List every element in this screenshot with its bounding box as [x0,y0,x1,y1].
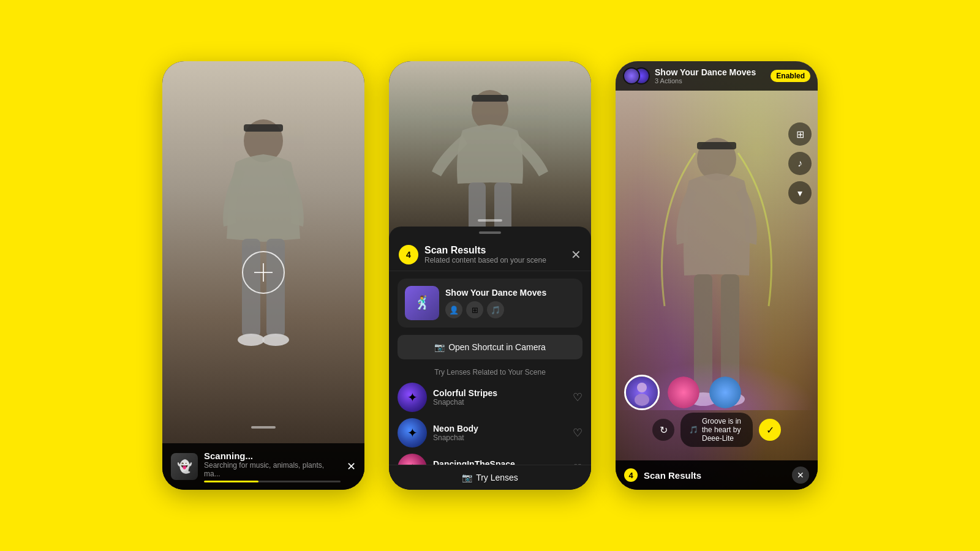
phone3-top-bar: Show Your Dance Moves 3 Actions Enabled [616,61,818,91]
phone3-right-icons: ⊞ ♪ ▾ [788,122,812,204]
scanning-thumb: 👻 [171,453,198,480]
lens-icon-pair [623,67,650,84]
phone-active-lens: Show Your Dance Moves 3 Actions Enabled … [616,61,818,490]
action-icon-music: 🎵 [487,301,504,318]
lens-name-colorful: Colorful Stripes [433,388,567,398]
lens-creator-colorful: Snapchat [433,398,567,407]
lens-name-neon: Neon Body [433,424,567,433]
lens-item-neon[interactable]: ✦ Neon Body Snapchat ♡ [398,418,582,448]
lens-selector-item-3[interactable] [707,375,743,410]
enabled-badge: Enabled [771,70,810,82]
svg-rect-1 [244,124,283,132]
lens-creator-neon: Snapchat [433,433,567,442]
lens-info-neon: Neon Body Snapchat [433,424,567,442]
dance-moves-info: Show Your Dance Moves 👤 ⊞ 🎵 [445,288,575,318]
camera-icon-2: 📷 [462,473,472,482]
lens-heart-neon[interactable]: ♡ [573,426,582,440]
scanning-title: Scanning... [204,451,341,461]
lens-sel-inner-1 [626,377,658,408]
svg-point-16 [637,383,647,392]
phone3-lens-sub: 3 Actions [655,77,766,84]
lens-selector-item-1[interactable] [624,375,660,410]
lens-thumb-colorful: ✦ [398,383,427,412]
chevron-down-icon-button[interactable]: ▾ [788,181,812,204]
svg-point-4 [238,334,265,346]
lens-info-colorful: Colorful Stripes Snapchat [433,388,567,407]
try-lenses-section-label: Try Lenses Related to Your Scene [389,368,591,377]
action-icon-avatar: 👤 [445,301,462,318]
scan-results-title: Scan Results [424,245,565,256]
dance-moves-thumb-inner: 🕺 [405,286,439,320]
lens-sel-icon-1 [626,377,658,408]
svg-rect-7 [472,95,508,102]
scanning-bar: 👻 Scanning... Searching for music, anima… [162,443,364,490]
svg-point-5 [262,334,289,346]
lens-icon-1 [623,67,640,84]
action-icon-layout: ⊞ [466,301,483,318]
camera-icon: 📷 [434,342,445,352]
lens-sel-inner-3 [709,377,741,408]
svg-rect-11 [697,142,736,149]
scan-results-bottom-bar: 4 Scan Results ✕ [616,460,818,490]
scan-results-title-area: Scan Results Related content based on yo… [424,245,565,264]
open-shortcut-button[interactable]: 📷 Open Shortcut in Camera [398,335,582,359]
scanning-progress-fill [204,481,258,482]
music-bar: ↻ 🎵 Groove is in the heart by Deee-Lite … [616,413,818,447]
lens-sel-inner-2 [668,377,699,408]
try-lenses-button[interactable]: 📷 Try Lenses [389,465,591,490]
lens-thumb-neon: ✦ [398,418,427,448]
open-shortcut-label: Open Shortcut in Camera [448,342,546,352]
music-text-bar: 🎵 Groove is in the heart by Deee-Lite [680,413,753,447]
scan-results-panel: 4 Scan Results Related content based on … [389,227,591,490]
panel-handle [479,231,501,234]
phone3-lens-title-area: Show Your Dance Moves 3 Actions [655,67,766,84]
lens-selector-item-2[interactable] [666,375,701,410]
scanning-progress-bar [204,481,341,482]
scanning-text: Scanning... Searching for music, animals… [204,451,341,482]
scan-results-bottom-close[interactable]: ✕ [792,467,809,484]
refresh-button[interactable]: ↻ [652,419,674,441]
dance-moves-name: Show Your Dance Moves [445,288,575,298]
dance-moves-action-icons: 👤 ⊞ 🎵 [445,301,575,318]
scan-results-subtitle: Related content based on your scene [424,256,565,264]
scanning-close-button[interactable]: ✕ [347,460,356,473]
scanning-subtitle: Searching for music, animals, plants, ma… [204,461,341,478]
scan-count-badge: 4 [624,468,638,482]
phone-nav-indicator [251,426,276,429]
music-icon-button[interactable]: ♪ [788,152,812,175]
dance-moves-card[interactable]: 🕺 Show Your Dance Moves 👤 ⊞ 🎵 [398,279,582,328]
scan-circle [242,251,285,294]
try-lenses-label: Try Lenses [476,473,518,482]
lens-item-colorful[interactable]: ✦ Colorful Stripes Snapchat ♡ [398,383,582,412]
scan-results-bottom-text: Scan Results [644,470,786,481]
phone-scan-results: 4 Scan Results Related content based on … [389,61,591,490]
check-button[interactable]: ✓ [759,419,781,441]
scan-results-header: 4 Scan Results Related content based on … [389,236,591,271]
svg-point-17 [635,394,649,406]
music-note-icon: 🎵 [689,425,698,434]
scan-badge-number: 4 [399,245,418,264]
phone-scanning: 👻 Scanning... Searching for music, anima… [162,61,364,490]
phone3-lens-name: Show Your Dance Moves [655,67,766,77]
phone-nav-indicator-2 [478,219,502,222]
dance-moves-thumbnail: 🕺 [405,286,439,320]
lens-selector [616,375,818,410]
layout-icon-button[interactable]: ⊞ [788,122,812,146]
scan-results-close-button[interactable]: ✕ [571,247,581,262]
music-title-text: Groove is in the heart by Deee-Lite [702,417,744,443]
lens-heart-colorful[interactable]: ♡ [573,391,582,404]
